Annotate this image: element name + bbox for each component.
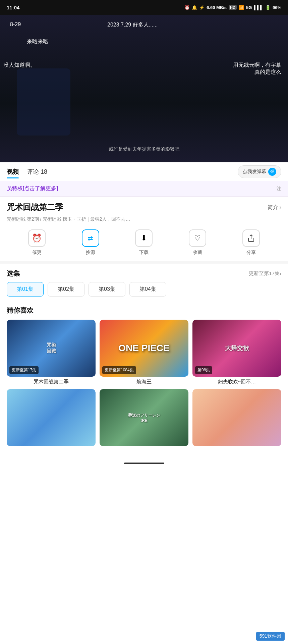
action-remind[interactable]: ⏰ 催更 [28,229,46,256]
recommend-section: 猜你喜欢 咒術回戦 更新至第17集 咒术回战第二季 ONE PIECE 更新至第… [0,303,288,448]
remind-label: 催更 [32,250,42,256]
card-thumb-1: 咒術回戦 更新至第17集 [7,320,96,377]
card-bg-4 [7,389,96,446]
download-label: 下载 [139,250,149,256]
intro-button[interactable]: 简介 › [268,204,281,211]
watermark: 591软件园 [256,632,285,641]
episode-btn-2[interactable]: 第02集 [48,282,84,297]
danmu-comment-3: 来咯来咯 [27,38,48,45]
tab-bar: 视频 评论 18 点我发弹幕 弹 [0,162,288,181]
bluetooth-icon: ⚡ [199,5,205,10]
recommend-title: 猜你喜欢 [7,303,281,315]
action-source[interactable]: ⇄ 换源 [82,229,99,256]
anime-tags: 咒術廻戦 第2期 / 咒術廻戦 懐玉・玉折 | 最强2人，回不去… [7,215,281,223]
alarm-icon: ⏰ [184,5,190,10]
danmu-icon: 弹 [268,168,276,176]
danmu-comment-4: 没人知道啊。 [3,62,36,69]
recommend-card-6[interactable] [192,389,281,448]
card-name-3: 妇夫联欢~回不… [192,379,281,385]
chevron-right-episodes-icon: › [280,271,281,276]
hd-badge: HD [229,5,237,10]
status-bar: 11:04 ⏰ 🔔 ⚡ 6.60 MB/s HD 📶 5G ▌▌▌ 🔋 96% [0,0,288,15]
recommend-grid: 咒術回戦 更新至第17集 咒术回战第二季 ONE PIECE 更新至第1084集… [7,320,281,448]
favorite-label: 收藏 [193,250,202,256]
video-player[interactable]: 8-29 2023.7.29 好多人...... 来咯来咯 没人知道啊。 用无线… [0,15,288,162]
episode-btn-4[interactable]: 第04集 [129,282,166,297]
download-icon: ⬇ [135,229,153,247]
card-bg-6 [192,389,281,446]
action-row: ⏰ 催更 ⇄ 换源 ⬇ 下载 ♡ 收藏 分享 [7,229,281,256]
action-favorite[interactable]: ♡ 收藏 [189,229,206,256]
battery-percent: 96% [273,5,281,10]
episodes-header: 选集 更新至第17集 › [0,261,288,282]
bottom-bar [0,455,288,472]
danmu-comment-5: 用无线云啊，有字幕真的是这么 [233,62,281,76]
member-banner[interactable]: 员特权[点击了解更多] 注 [0,181,288,197]
card-badge-2: 更新至第1084集 [102,366,136,374]
source-label: 换源 [86,250,95,256]
episodes-row: 第01集 第02集 第03集 第04集 [0,282,288,303]
signal-bars: ▌▌▌ [254,5,263,10]
card-name-1: 咒术回战第二季 [7,379,96,385]
tab-comments[interactable]: 评论 18 [27,166,47,177]
danmu-button[interactable]: 点我发弹幕 弹 [238,165,281,178]
episode-btn-1[interactable]: 第01集 [7,282,44,297]
anime-info-section: 咒术回战第二季 简介 › 咒術廻戦 第2期 / 咒術廻戦 懐玉・玉折 | 最强2… [0,197,288,256]
danmu-comment-1: 8-29 [10,21,21,28]
anime-title: 咒术回战第二季 [7,202,63,213]
card-thumb-2: ONE PIECE 更新至第1084集 [100,320,188,377]
home-indicator [124,463,164,464]
favorite-icon: ♡ [189,229,206,247]
danmu-comment-2: 2023.7.29 好多人...... [107,21,158,29]
card-badge-3: 第08集 [195,366,212,374]
danmu-button-label: 点我发弹幕 [243,169,266,175]
episode-btn-3[interactable]: 第03集 [89,282,125,297]
signal-label: 5G [246,5,252,10]
wifi-icon: 📶 [239,5,244,10]
card-thumb-5: 葬送のフリーレンtRE [100,389,188,446]
mute-icon: 🔔 [192,5,197,10]
recommend-card-5[interactable]: 葬送のフリーレンtRE [100,389,188,448]
card-name-2: 航海王 [100,379,188,385]
recommend-card-1[interactable]: 咒術回戦 更新至第17集 咒术回战第二季 [7,320,96,385]
recommend-card-3[interactable]: 大帰交歓 第08集 妇夫联欢~回不… [192,320,281,385]
source-icon: ⇄ [82,229,99,247]
member-banner-text: 员特权[点击了解更多] [7,185,58,192]
member-banner-right: 注 [277,186,281,192]
action-download[interactable]: ⬇ 下载 [135,229,153,256]
chevron-right-icon: › [280,204,281,210]
video-overlay: 8-29 2023.7.29 好多人...... 来咯来咯 没人知道啊。 用无线… [0,15,288,162]
episodes-section-title: 选集 [7,269,20,278]
action-share[interactable]: 分享 [242,229,260,256]
card-bg-5: 葬送のフリーレンtRE [100,389,188,446]
danmu-comment-6: 或許是受到去年災害多發的影響吧 [109,146,179,152]
recommend-card-4[interactable] [7,389,96,448]
share-label: 分享 [246,250,256,256]
remind-icon: ⏰ [28,229,46,247]
episodes-more-button[interactable]: 更新至第17集 › [249,270,281,277]
tab-video[interactable]: 视频 [7,166,19,177]
card-thumb-3: 大帰交歓 第08集 [192,320,281,377]
card-thumb-6 [192,389,281,446]
share-icon [242,229,260,247]
card-thumb-4 [7,389,96,446]
video-background: 8-29 2023.7.29 好多人...... 来咯来咯 没人知道啊。 用无线… [0,15,288,162]
recommend-card-2[interactable]: ONE PIECE 更新至第1084集 航海王 [100,320,188,385]
status-time: 11:04 [7,5,19,10]
speed-indicator: 6.60 MB/s [207,5,227,10]
anime-title-row: 咒术回战第二季 简介 › [7,202,281,213]
battery-icon: 🔋 [265,5,271,10]
status-icons: ⏰ 🔔 ⚡ 6.60 MB/s HD 📶 5G ▌▌▌ 🔋 96% [184,5,281,10]
card-badge-1: 更新至第17集 [9,366,39,374]
